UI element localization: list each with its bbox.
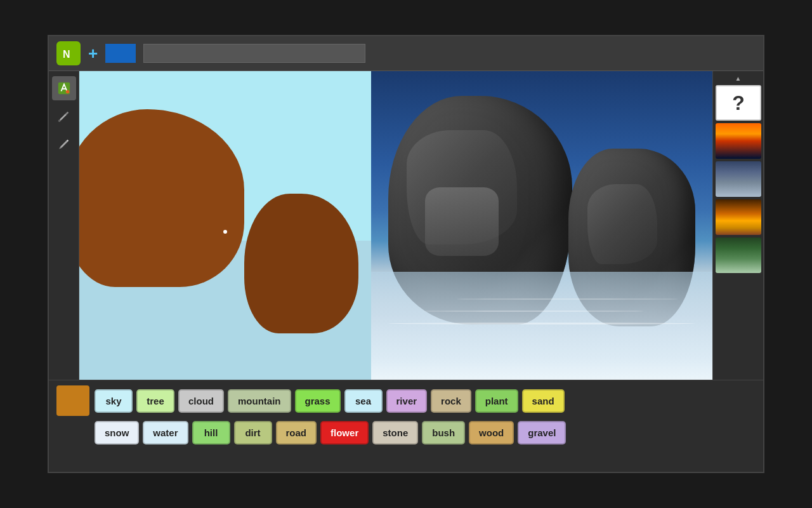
- label-buttons-row-2: snowwaterhilldirtroadflowerstonebushwood…: [56, 421, 756, 444]
- water-surface: [371, 272, 712, 380]
- label-buttons-row-1: skytreecloudmountaingrassseariverrockpla…: [95, 389, 565, 413]
- tools-panel: [49, 71, 79, 380]
- label-btn-snow[interactable]: snow: [95, 421, 139, 444]
- label-btn-grass[interactable]: grass: [295, 389, 341, 413]
- toolbar: N +: [49, 36, 763, 71]
- app-container: N +: [48, 35, 764, 473]
- tab-progress-bar: [143, 44, 365, 63]
- hill-shape-left: [79, 109, 244, 287]
- color-picker-swatch[interactable]: [56, 385, 89, 416]
- thumbnail-forest[interactable]: [716, 237, 761, 273]
- label-btn-sand[interactable]: sand: [522, 389, 565, 413]
- svg-text:N: N: [63, 49, 70, 60]
- label-btn-road[interactable]: road: [276, 421, 317, 444]
- label-btn-dirt[interactable]: dirt: [234, 421, 272, 444]
- label-btn-flower[interactable]: flower: [320, 421, 369, 444]
- bottom-section: skytreecloudmountaingrassseariverrockpla…: [49, 380, 763, 472]
- label-btn-rock[interactable]: rock: [431, 389, 471, 413]
- scroll-up-button[interactable]: ▲: [716, 74, 761, 83]
- main-area: ▲ ?: [49, 71, 763, 380]
- label-row-1-container: skytreecloudmountaingrassseariverrockpla…: [56, 385, 756, 416]
- brush-tool-button[interactable]: [52, 104, 76, 128]
- thumbnail-sunset2[interactable]: [716, 199, 761, 235]
- generated-photo-area: [371, 71, 712, 380]
- hill-shape-right: [244, 194, 358, 333]
- label-btn-cloud[interactable]: cloud: [178, 389, 224, 413]
- label-btn-plant[interactable]: plant: [475, 389, 518, 413]
- label-btn-mountain[interactable]: mountain: [228, 389, 291, 413]
- svg-point-4: [58, 120, 60, 123]
- label-btn-hill[interactable]: hill: [192, 421, 230, 444]
- drawing-canvas-area[interactable]: [79, 71, 371, 380]
- label-btn-tree[interactable]: tree: [136, 389, 174, 413]
- label-btn-bush[interactable]: bush: [422, 421, 465, 444]
- label-btn-sky[interactable]: sky: [95, 389, 133, 413]
- thumbnail-clouds[interactable]: [716, 161, 761, 197]
- label-btn-water[interactable]: water: [143, 421, 188, 444]
- svg-point-3: [65, 90, 69, 94]
- thumbnail-random[interactable]: ?: [716, 85, 761, 121]
- fill-tool-button[interactable]: [52, 76, 76, 100]
- drawing-canvas[interactable]: [79, 71, 371, 380]
- beach-scene: [371, 71, 712, 380]
- label-btn-wood[interactable]: wood: [469, 421, 514, 444]
- thumbnail-sunset[interactable]: [716, 123, 761, 159]
- add-button[interactable]: +: [88, 44, 98, 64]
- label-btn-sea[interactable]: sea: [344, 389, 383, 413]
- label-btn-stone[interactable]: stone: [372, 421, 418, 444]
- tab-color-swatch: [105, 44, 136, 63]
- pencil-tool-button[interactable]: [52, 132, 76, 156]
- label-btn-river[interactable]: river: [386, 389, 428, 413]
- thumbnails-panel: ▲ ?: [712, 71, 763, 380]
- nvidia-logo[interactable]: N: [56, 41, 81, 65]
- label-btn-gravel[interactable]: gravel: [518, 421, 566, 444]
